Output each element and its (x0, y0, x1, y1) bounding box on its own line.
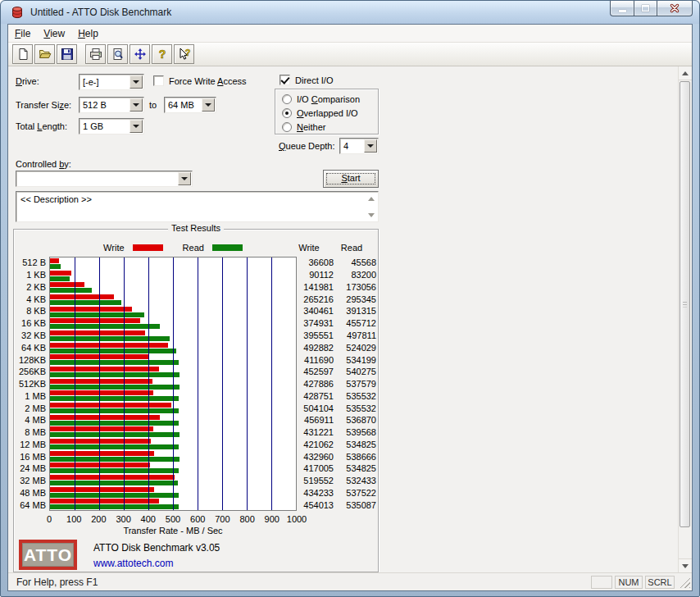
start-button[interactable]: Start (323, 170, 379, 188)
open-button[interactable] (34, 44, 55, 64)
chevron-down-icon[interactable] (130, 98, 143, 112)
menu-help[interactable]: Help (71, 26, 105, 41)
transfer-to-combobox[interactable]: 64 MB (164, 97, 216, 113)
io-mode-groupbox: I/O Comparison Overlapped I/O Neither (275, 89, 379, 134)
chevron-down-icon[interactable] (130, 120, 143, 133)
total-length-combobox[interactable]: 1 GB (79, 118, 144, 134)
force-write-access-label: Force Write Access (169, 76, 247, 86)
vertical-scrollbar[interactable] (678, 66, 692, 572)
neither-label: Neither (297, 122, 325, 132)
write-value: 411690 (284, 353, 334, 366)
chevron-down-icon[interactable] (178, 172, 191, 185)
scrollbar-thumb[interactable] (680, 81, 690, 527)
overlapped-io-radio[interactable] (282, 108, 292, 118)
queue-depth-label: Queue Depth: (279, 141, 335, 151)
row-label: 2 KB (15, 281, 46, 294)
write-value: 431221 (284, 426, 334, 439)
test-results-groupbox: Test Results Write Read Write Read 512 B… (13, 229, 379, 572)
write-bar (50, 258, 59, 263)
direct-io-checkbox[interactable] (280, 75, 290, 85)
print-preview-button[interactable] (107, 44, 128, 64)
read-value: 536870 (327, 414, 376, 426)
x-tick-label: 1000 (287, 514, 307, 524)
x-tick-label: 600 (190, 514, 205, 524)
description-box[interactable]: << Description >> (16, 191, 379, 222)
status-bar: For Help, press F1 NUM SCRL (8, 572, 692, 590)
description-text: << Description >> (20, 194, 92, 204)
queue-depth-combobox[interactable]: 4 (339, 138, 379, 154)
read-bar (50, 432, 180, 437)
chevron-down-icon[interactable] (202, 98, 215, 112)
read-value: 537579 (327, 378, 376, 390)
force-write-access-checkbox[interactable] (153, 75, 164, 86)
read-value: 534825 (327, 463, 376, 475)
gridline (222, 257, 223, 510)
row-label: 12 MB (15, 438, 46, 450)
read-value: 538666 (327, 450, 376, 463)
read-value: 535532 (327, 402, 376, 414)
menu-view[interactable]: View (37, 26, 71, 41)
write-value: 492882 (284, 341, 334, 353)
neither-radio[interactable] (282, 122, 292, 132)
menu-bar: File View Help (8, 25, 692, 43)
scrollbar-down-arrow[interactable] (679, 558, 692, 572)
move-button[interactable] (130, 44, 150, 64)
write-bar (50, 318, 140, 323)
read-value: 535532 (327, 390, 376, 402)
x-tick-label: 800 (239, 514, 254, 524)
x-tick-label: 900 (265, 514, 280, 524)
maximize-icon (642, 5, 649, 11)
chart-legend: Write Read (49, 243, 297, 253)
write-value: 427886 (284, 378, 334, 390)
maximize-button[interactable] (634, 1, 657, 16)
read-bar (50, 481, 178, 485)
website-link[interactable]: www.attotech.com (93, 558, 173, 569)
row-label: 4 KB (15, 293, 46, 305)
context-help-icon: ? (178, 48, 191, 61)
menu-file[interactable]: File (8, 26, 37, 41)
new-button[interactable] (12, 44, 33, 64)
transfer-from-combobox[interactable]: 512 B (79, 97, 144, 113)
context-help-button[interactable]: ? (174, 44, 194, 64)
write-bar (50, 403, 171, 408)
read-value: 534199 (327, 353, 376, 366)
help-button[interactable]: ? (152, 44, 172, 64)
row-label: 8 KB (15, 305, 46, 317)
scroll-up-icon[interactable] (366, 194, 376, 203)
chevron-down-icon[interactable] (130, 75, 143, 89)
legend-read-label: Read (183, 243, 204, 253)
write-bar (50, 330, 145, 335)
read-value: 534825 (327, 438, 376, 450)
read-column-header: Read (327, 243, 376, 253)
close-button[interactable] (657, 1, 693, 16)
read-bar (50, 349, 176, 353)
print-icon (89, 48, 102, 61)
chevron-down-icon[interactable] (364, 139, 377, 153)
resize-grip-icon[interactable] (679, 576, 690, 588)
write-bar (50, 475, 175, 480)
status-message: For Help, press F1 (16, 576, 591, 588)
transfer-to-value: 64 MB (168, 98, 201, 112)
minimize-button[interactable] (610, 1, 634, 16)
print-button[interactable] (85, 44, 106, 64)
read-bar (50, 300, 121, 305)
close-icon (669, 2, 680, 14)
open-folder-icon (39, 48, 52, 61)
row-label: 2 MB (15, 402, 46, 414)
write-value: 432960 (284, 450, 334, 463)
save-button[interactable] (57, 44, 77, 64)
drive-label: Drive: (16, 76, 39, 86)
scrollbar-up-arrow[interactable] (679, 66, 692, 80)
io-comparison-radio[interactable] (282, 94, 292, 104)
app-window: Untitled - ATTO Disk Benchmark File View… (0, 0, 700, 597)
write-value: 90112 (284, 269, 334, 281)
bar-chart-plot (49, 257, 297, 511)
scrollbar-grip-icon (683, 302, 687, 308)
status-pane-num: NUM (615, 576, 643, 589)
controlled-by-combobox[interactable] (16, 171, 193, 187)
write-value: 452597 (284, 366, 334, 378)
row-label: 24 MB (15, 463, 46, 475)
scroll-down-icon[interactable] (366, 210, 376, 220)
drive-combobox[interactable]: [-e-] (79, 74, 144, 90)
write-value: 454013 (284, 499, 334, 511)
